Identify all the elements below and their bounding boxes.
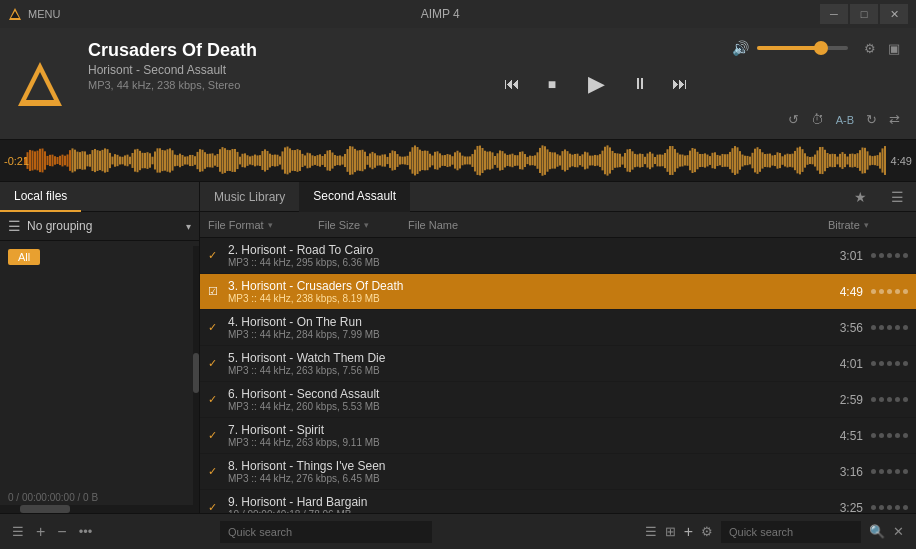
tab-second-assault[interactable]: Second Assault bbox=[299, 182, 410, 212]
svg-rect-292 bbox=[744, 156, 746, 166]
repeat-song-icon[interactable]: ↺ bbox=[788, 112, 799, 127]
track-rating[interactable] bbox=[871, 289, 908, 294]
th-format-sort-icon[interactable]: ▾ bbox=[268, 220, 273, 230]
svg-rect-331 bbox=[842, 152, 844, 169]
track-row[interactable]: ✓ 6. Horisont - Second Assault MP3 :: 44… bbox=[200, 382, 916, 418]
pause-button[interactable]: ⏸ bbox=[624, 68, 656, 100]
list-view-icon[interactable]: ☰ bbox=[645, 524, 657, 539]
svg-rect-262 bbox=[669, 146, 671, 175]
track-row[interactable]: ✓ 5. Horisont - Watch Them Die MP3 :: 44… bbox=[200, 346, 916, 382]
remove-track-icon[interactable]: − bbox=[57, 523, 66, 541]
track-checkbox[interactable]: ✓ bbox=[208, 501, 224, 513]
track-checkbox[interactable]: ✓ bbox=[208, 429, 224, 442]
track-row[interactable]: ✓ 7. Horisont - Spirit MP3 :: 44 kHz, 26… bbox=[200, 418, 916, 454]
volume-slider[interactable] bbox=[757, 46, 848, 50]
th-name[interactable]: File Name bbox=[408, 219, 828, 231]
svg-rect-55 bbox=[152, 157, 154, 165]
transport-controls: ⏮ ■ ▶ ⏸ ⏭ bbox=[476, 28, 716, 139]
track-rating[interactable] bbox=[871, 505, 908, 510]
track-main-info: 7. Horisont - Spirit MP3 :: 44 kHz, 263 … bbox=[228, 423, 823, 448]
tab-music-library[interactable]: Music Library bbox=[200, 182, 299, 212]
track-checkbox[interactable]: ✓ bbox=[208, 393, 224, 406]
waveform-area[interactable]: -0:21 4:49 bbox=[0, 140, 916, 182]
svg-rect-228 bbox=[584, 152, 586, 170]
filter-all-button[interactable]: All bbox=[8, 249, 40, 265]
svg-rect-296 bbox=[754, 149, 756, 173]
more-options-icon[interactable]: ••• bbox=[79, 524, 93, 539]
svg-rect-73 bbox=[197, 152, 199, 169]
playlist-settings-icon[interactable]: ⚙ bbox=[701, 524, 713, 539]
rating-dot-4 bbox=[895, 253, 900, 258]
close-button[interactable]: ✕ bbox=[880, 4, 908, 24]
svg-rect-51 bbox=[142, 153, 144, 169]
track-rating[interactable] bbox=[871, 361, 908, 366]
track-rating[interactable] bbox=[871, 433, 908, 438]
playlist-star-icon[interactable]: ★ bbox=[842, 189, 879, 205]
left-scrollbar[interactable] bbox=[193, 246, 199, 513]
track-row[interactable]: ✓ 4. Horisont - On The Run MP3 :: 44 kHz… bbox=[200, 310, 916, 346]
th-size[interactable]: File Size ▾ bbox=[318, 219, 408, 231]
th-format[interactable]: File Format ▾ bbox=[208, 219, 318, 231]
tab-local-files[interactable]: Local files bbox=[0, 182, 81, 212]
svg-rect-179 bbox=[462, 156, 464, 166]
svg-rect-64 bbox=[174, 155, 176, 167]
svg-rect-76 bbox=[204, 152, 206, 169]
track-checkbox[interactable]: ✓ bbox=[208, 321, 224, 334]
track-row[interactable]: ✓ 2. Horisont - Road To Cairo MP3 :: 44 … bbox=[200, 238, 916, 274]
th-bitrate[interactable]: Bitrate ▾ bbox=[828, 219, 908, 231]
svg-rect-220 bbox=[564, 149, 566, 171]
track-row[interactable]: ✓ 9. Horisont - Hard Bargain 10 / 00:00:… bbox=[200, 490, 916, 513]
prev-button[interactable]: ⏮ bbox=[496, 68, 528, 100]
track-title: Crusaders Of Death bbox=[88, 40, 468, 61]
menu-area[interactable]: MENU bbox=[8, 7, 60, 21]
th-size-sort-icon[interactable]: ▾ bbox=[364, 220, 369, 230]
svg-rect-131 bbox=[342, 156, 344, 164]
track-rating[interactable] bbox=[871, 397, 908, 402]
track-rating[interactable] bbox=[871, 469, 908, 474]
grouping-dropdown-icon[interactable]: ▾ bbox=[186, 221, 191, 232]
menu-label[interactable]: MENU bbox=[28, 8, 60, 20]
search-icon[interactable]: 🔍 bbox=[869, 524, 885, 539]
timer-icon[interactable]: ⏱ bbox=[811, 112, 824, 127]
track-checkbox[interactable]: ☑ bbox=[208, 285, 224, 298]
left-hscrollbar[interactable] bbox=[0, 505, 193, 513]
svg-rect-92 bbox=[244, 153, 246, 167]
track-main-info: 3. Horisont - Crusaders Of Death MP3 :: … bbox=[228, 279, 823, 304]
quick-search-left[interactable] bbox=[220, 521, 432, 543]
status-menu-icon[interactable]: ☰ bbox=[12, 524, 24, 539]
svg-rect-344 bbox=[874, 156, 876, 165]
track-row[interactable]: ☑ 3. Horisont - Crusaders Of Death MP3 :… bbox=[200, 274, 916, 310]
svg-rect-135 bbox=[352, 147, 354, 175]
svg-rect-328 bbox=[834, 154, 836, 167]
shuffle-icon[interactable]: ⇄ bbox=[889, 112, 900, 127]
maximize-button[interactable]: □ bbox=[850, 4, 878, 24]
playlist-add-icon[interactable]: + bbox=[684, 523, 693, 541]
close-search-icon[interactable]: ✕ bbox=[893, 524, 904, 539]
th-bitrate-sort-icon[interactable]: ▾ bbox=[864, 220, 869, 230]
track-checkbox[interactable]: ✓ bbox=[208, 465, 224, 478]
grid-view-icon[interactable]: ⊞ bbox=[665, 524, 676, 539]
equalizer-icon[interactable]: ⚙ bbox=[864, 41, 876, 56]
track-rating[interactable] bbox=[871, 325, 908, 330]
track-sub: 10 / 00:00:40:18 / 78.06 MB bbox=[228, 509, 823, 513]
next-button[interactable]: ⏭ bbox=[664, 68, 696, 100]
add-track-icon[interactable]: + bbox=[36, 523, 45, 541]
track-checkbox[interactable]: ✓ bbox=[208, 249, 224, 262]
track-rating[interactable] bbox=[871, 253, 908, 258]
svg-rect-253 bbox=[647, 153, 649, 167]
grouping-row[interactable]: ☰ No grouping ▾ bbox=[0, 212, 199, 241]
stop-button[interactable]: ■ bbox=[536, 68, 568, 100]
play-button[interactable]: ▶ bbox=[576, 64, 616, 104]
svg-rect-142 bbox=[369, 153, 371, 167]
quick-search-right[interactable] bbox=[721, 521, 861, 543]
playlist-menu-icon[interactable]: ☰ bbox=[879, 189, 916, 205]
svg-rect-148 bbox=[384, 154, 386, 166]
svg-rect-105 bbox=[277, 155, 279, 166]
repeat-icon[interactable]: ↻ bbox=[866, 112, 877, 127]
waveform-svg[interactable] bbox=[0, 140, 916, 181]
track-row[interactable]: ✓ 8. Horisont - Things I've Seen MP3 :: … bbox=[200, 454, 916, 490]
track-checkbox[interactable]: ✓ bbox=[208, 357, 224, 370]
ab-repeat-icon[interactable]: A-B bbox=[836, 114, 854, 126]
screen-icon[interactable]: ▣ bbox=[888, 41, 900, 56]
minimize-button[interactable]: ─ bbox=[820, 4, 848, 24]
